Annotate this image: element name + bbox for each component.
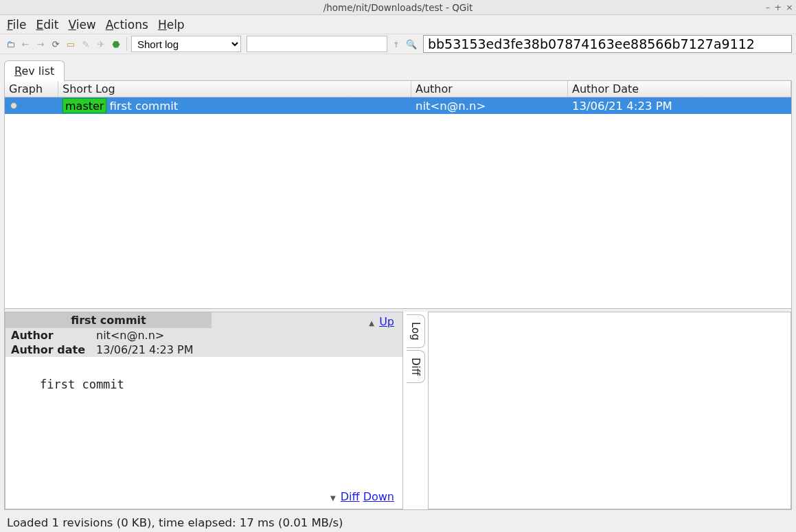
triangle-down-icon: ▼ bbox=[330, 494, 336, 502]
commit-table: Graph Short Log Author Author Date maste… bbox=[5, 81, 791, 309]
window-title: /home/nit/Downloads/test - QGit bbox=[323, 2, 473, 13]
graph-node-icon bbox=[10, 102, 17, 109]
menu-help[interactable]: Help bbox=[158, 18, 185, 32]
detail-author-label: Author bbox=[5, 328, 91, 343]
tab-bar: Rev list bbox=[0, 54, 796, 80]
cell-log: master first commit bbox=[58, 97, 411, 114]
workdir-icon[interactable]: ▭ bbox=[65, 37, 77, 51]
col-author[interactable]: Author bbox=[411, 81, 568, 97]
log-mode-select[interactable]: Short log bbox=[131, 36, 241, 52]
tab-rev-list[interactable]: Rev list bbox=[4, 60, 65, 81]
toolbar: 🗀 ← → ⟳ ▭ ✎ ✈ ⬣ Short log ⫯ 🔍 bbox=[0, 34, 796, 54]
branch-tag: master bbox=[62, 98, 106, 113]
statusbar: Loaded 1 revisions (0 KB), time elapsed:… bbox=[0, 513, 796, 532]
tag-icon[interactable]: ⬣ bbox=[110, 37, 122, 51]
refresh-icon[interactable]: ⟳ bbox=[49, 37, 62, 51]
menu-file[interactable]: File bbox=[7, 18, 26, 32]
detail-date-label: Author date bbox=[5, 343, 91, 357]
vertical-tabs: Log Diff bbox=[403, 312, 428, 509]
up-link[interactable]: Up bbox=[379, 315, 394, 328]
detail-author-value: nit<n@n.n> bbox=[91, 328, 198, 343]
open-icon[interactable]: 🗀 bbox=[4, 37, 16, 51]
detail-date-value: 13/06/21 4:23 PM bbox=[91, 343, 198, 357]
triangle-up-icon: ▲ bbox=[369, 319, 374, 327]
menu-edit[interactable]: Edit bbox=[36, 18, 58, 32]
nav-up: ▲ Up bbox=[369, 315, 394, 328]
cell-author: nit<n@n.n> bbox=[411, 97, 568, 114]
table-header: Graph Short Log Author Author Date bbox=[5, 81, 791, 97]
minimize-icon[interactable]: – bbox=[766, 2, 771, 12]
commit-message: first commit bbox=[109, 100, 178, 113]
menu-actions[interactable]: Actions bbox=[106, 18, 148, 32]
diff-pane bbox=[428, 312, 791, 509]
bottom-split: first commit Author nit<n@n.n> Author da… bbox=[5, 309, 791, 509]
down-link[interactable]: Down bbox=[363, 490, 394, 503]
cell-date: 13/06/21 4:23 PM bbox=[568, 97, 791, 114]
table-row[interactable]: master first commit nit<n@n.n> 13/06/21 … bbox=[5, 97, 791, 114]
detail-message: first commit bbox=[5, 357, 402, 509]
send-icon[interactable]: ✈ bbox=[95, 37, 107, 51]
maximize-icon[interactable]: + bbox=[774, 2, 782, 12]
nav-down: ▼ Diff Down bbox=[330, 490, 394, 503]
toolbar-separator bbox=[126, 37, 127, 51]
menu-view[interactable]: View bbox=[68, 18, 95, 32]
forward-icon[interactable]: → bbox=[34, 37, 47, 51]
cell-graph bbox=[5, 97, 58, 114]
search-icon[interactable]: 🔍 bbox=[405, 37, 418, 51]
col-short-log[interactable]: Short Log bbox=[58, 81, 411, 97]
vtab-diff[interactable]: Diff bbox=[407, 350, 425, 383]
sha-input[interactable] bbox=[423, 35, 792, 53]
back-icon[interactable]: ← bbox=[19, 37, 32, 51]
detail-header: first commit Author nit<n@n.n> Author da… bbox=[5, 312, 402, 357]
menubar: File Edit View Actions Help bbox=[0, 15, 796, 34]
vtab-log[interactable]: Log bbox=[407, 314, 425, 348]
detail-title: first commit bbox=[5, 312, 212, 328]
filter-input[interactable] bbox=[247, 36, 387, 52]
filter-icon[interactable]: ✎ bbox=[80, 37, 92, 51]
col-author-date[interactable]: Author Date bbox=[568, 81, 791, 97]
diff-link[interactable]: Diff bbox=[341, 490, 360, 503]
close-icon[interactable]: × bbox=[786, 2, 793, 12]
col-graph[interactable]: Graph bbox=[5, 81, 58, 97]
commit-detail-pane: first commit Author nit<n@n.n> Author da… bbox=[5, 312, 403, 509]
main-content: Graph Short Log Author Author Date maste… bbox=[4, 80, 792, 510]
pin-icon[interactable]: ⫯ bbox=[390, 37, 402, 51]
status-text: Loaded 1 revisions (0 KB), time elapsed:… bbox=[7, 516, 343, 529]
window-titlebar: /home/nit/Downloads/test - QGit – + × bbox=[0, 0, 796, 15]
